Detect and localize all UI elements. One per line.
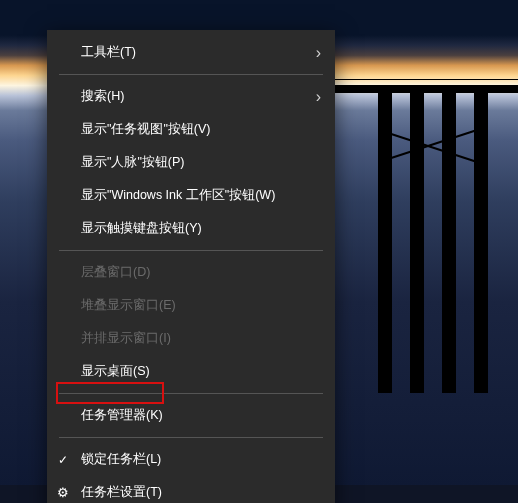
menu-label: 搜索(H)	[81, 88, 124, 105]
menu-item-cascade-windows: 层叠窗口(D)	[47, 256, 335, 289]
menu-label: 工具栏(T)	[81, 44, 136, 61]
menu-separator	[59, 393, 323, 394]
menu-item-stack-windows: 堆叠显示窗口(E)	[47, 289, 335, 322]
menu-item-show-task-view[interactable]: 显示"任务视图"按钮(V)	[47, 113, 335, 146]
menu-item-taskbar-settings[interactable]: ⚙ 任务栏设置(T)	[47, 476, 335, 503]
menu-separator	[59, 250, 323, 251]
menu-item-lock-taskbar[interactable]: ✓ 锁定任务栏(L)	[47, 443, 335, 476]
checkmark-icon: ✓	[58, 453, 68, 467]
menu-label: 显示"Windows Ink 工作区"按钮(W)	[81, 187, 275, 204]
menu-label: 显示触摸键盘按钮(Y)	[81, 220, 202, 237]
menu-item-toolbars[interactable]: 工具栏(T)	[47, 36, 335, 69]
menu-item-task-manager[interactable]: 任务管理器(K)	[47, 399, 335, 432]
menu-separator	[59, 74, 323, 75]
taskbar-context-menu: 工具栏(T) 搜索(H) 显示"任务视图"按钮(V) 显示"人脉"按钮(P) 显…	[47, 30, 335, 503]
gear-icon: ⚙	[57, 485, 69, 500]
menu-label: 显示桌面(S)	[81, 363, 150, 380]
menu-item-show-touch-keyboard[interactable]: 显示触摸键盘按钮(Y)	[47, 212, 335, 245]
menu-item-show-people[interactable]: 显示"人脉"按钮(P)	[47, 146, 335, 179]
menu-item-show-desktop[interactable]: 显示桌面(S)	[47, 355, 335, 388]
menu-label: 任务栏设置(T)	[81, 484, 162, 501]
menu-item-search[interactable]: 搜索(H)	[47, 80, 335, 113]
menu-separator	[59, 437, 323, 438]
wallpaper-pier	[358, 85, 498, 405]
menu-item-side-by-side-windows: 并排显示窗口(I)	[47, 322, 335, 355]
menu-label: 并排显示窗口(I)	[81, 330, 171, 347]
menu-label: 锁定任务栏(L)	[81, 451, 161, 468]
menu-label: 显示"任务视图"按钮(V)	[81, 121, 211, 138]
menu-label: 堆叠显示窗口(E)	[81, 297, 176, 314]
menu-label: 显示"人脉"按钮(P)	[81, 154, 185, 171]
menu-label: 层叠窗口(D)	[81, 264, 150, 281]
menu-item-show-windows-ink[interactable]: 显示"Windows Ink 工作区"按钮(W)	[47, 179, 335, 212]
menu-label: 任务管理器(K)	[81, 407, 163, 424]
